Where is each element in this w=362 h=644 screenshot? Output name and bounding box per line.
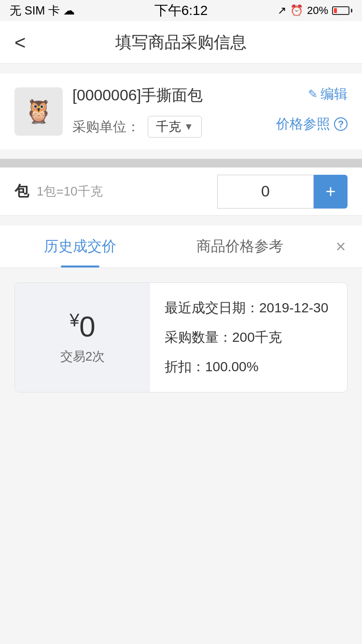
product-thumbnail: 🦉 <box>14 87 63 136</box>
quantity-conversion: 1包=10千克 <box>37 183 103 200</box>
quantity-unit-badge: 包 <box>14 182 29 201</box>
product-logo-icon: 🦉 <box>24 100 53 123</box>
tab-product-price-ref-label: 商品价格参考 <box>196 237 283 256</box>
discount-value: 100.00% <box>205 359 259 374</box>
quantity-left: 包 1包=10千克 <box>14 182 103 201</box>
alarm-icon: ⏰ <box>290 4 303 17</box>
edit-button[interactable]: ✎ 编辑 <box>308 85 348 103</box>
purchase-qty-row: 采购数量：200千克 <box>165 327 333 349</box>
page-title: 填写商品采购信息 <box>115 31 247 54</box>
purchase-qty-label: 采购数量： <box>165 330 232 345</box>
price-card-right: 最近成交日期：2019-12-30 采购数量：200千克 折扣：100.00% <box>150 283 347 392</box>
tab-active-underline <box>61 266 99 267</box>
tab-history-price-label: 历史成交价 <box>44 237 116 256</box>
price-value: 0 <box>79 310 95 343</box>
status-bar: 无 SIM 卡 ☁ 下午6:12 ↗ ⏰ 20% <box>0 0 362 21</box>
product-unit-row: 采购单位： 千克 ▼ <box>72 116 203 138</box>
edit-label: 编辑 <box>320 85 348 103</box>
plus-icon: + <box>325 182 335 202</box>
purchase-qty-value: 200千克 <box>232 330 282 345</box>
product-info: [0000006]手撕面包 采购单位： 千克 ▼ <box>72 85 203 138</box>
quantity-value: 0 <box>261 182 270 200</box>
separator <box>0 159 362 168</box>
battery-indicator <box>332 6 352 15</box>
tab-history-price[interactable]: 历史成交价 <box>0 225 160 267</box>
nav-bar: < 填写商品采购信息 <box>0 21 362 64</box>
quantity-input[interactable]: 0 <box>217 175 314 209</box>
quantity-right: 0 + <box>217 175 348 209</box>
recent-date-value: 2019-12-30 <box>259 300 328 315</box>
tab-close-button[interactable]: × <box>320 225 362 268</box>
battery-percentage: 20% <box>307 4 328 17</box>
main-content: 历史成交价 商品价格参考 × ¥0 交易2次 最近成交日期：2019-12-30… <box>0 225 362 612</box>
quantity-row: 包 1包=10千克 0 + <box>0 168 362 216</box>
status-time: 下午6:12 <box>154 1 208 20</box>
quantity-plus-button[interactable]: + <box>314 175 348 209</box>
unit-label: 采购单位： <box>72 118 140 136</box>
price-reference-button[interactable]: 价格参照 ? <box>276 115 348 133</box>
unit-value: 千克 <box>156 118 181 135</box>
close-icon: × <box>335 237 346 257</box>
sim-status: 无 SIM 卡 ☁ <box>10 3 75 18</box>
recent-date-row: 最近成交日期：2019-12-30 <box>165 297 333 319</box>
help-icon: ? <box>334 117 348 131</box>
product-right: ✎ 编辑 价格参照 ? <box>276 85 348 133</box>
status-right: ↗ ⏰ 20% <box>278 4 352 17</box>
price-transactions: 交易2次 <box>60 348 105 365</box>
chevron-down-icon: ▼ <box>184 121 194 132</box>
location-icon: ↗ <box>278 4 286 17</box>
price-ref-label: 价格参照 <box>276 115 330 133</box>
product-card: 🦉 [0000006]手撕面包 采购单位： 千克 ▼ ✎ 编辑 价格参照 <box>0 73 362 149</box>
price-card-left: ¥0 交易2次 <box>15 283 150 392</box>
tab-product-price-ref[interactable]: 商品价格参考 <box>160 225 320 267</box>
price-amount: ¥0 <box>70 310 95 343</box>
discount-row: 折扣：100.00% <box>165 356 333 378</box>
product-name: [0000006]手撕面包 <box>72 85 203 106</box>
price-card: ¥0 交易2次 最近成交日期：2019-12-30 采购数量：200千克 折扣：… <box>14 282 348 392</box>
product-left: 🦉 [0000006]手撕面包 采购单位： 千克 ▼ <box>14 85 203 138</box>
edit-icon: ✎ <box>308 87 318 101</box>
tab-bar: 历史成交价 商品价格参考 × <box>0 225 362 268</box>
unit-select-dropdown[interactable]: 千克 ▼ <box>148 116 202 138</box>
recent-date-label: 最近成交日期： <box>165 300 259 315</box>
currency-symbol: ¥ <box>70 310 79 330</box>
discount-label: 折扣： <box>165 359 205 374</box>
back-button[interactable]: < <box>14 33 26 52</box>
status-left: 无 SIM 卡 ☁ <box>10 3 75 18</box>
